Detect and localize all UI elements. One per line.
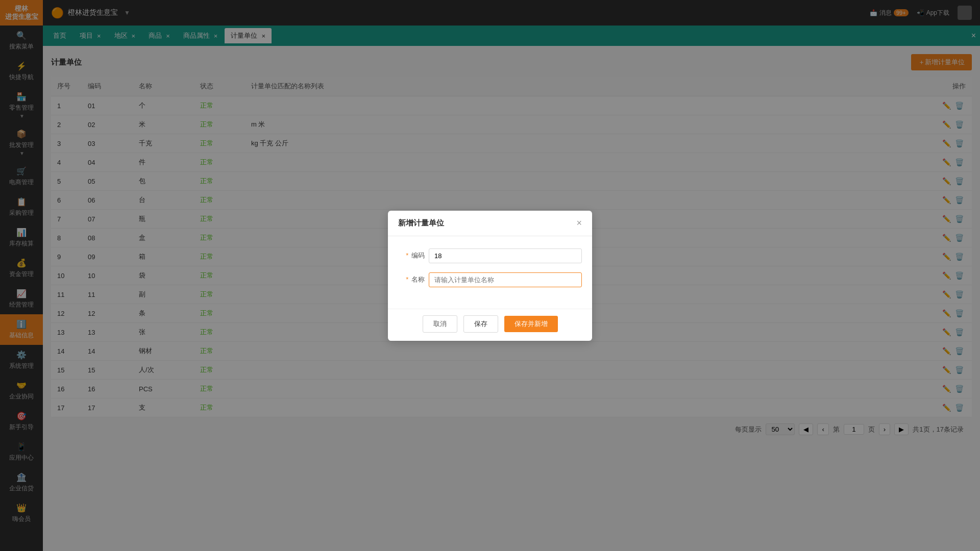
form-row-name: * 名称: [398, 272, 582, 287]
modal-body: * 编码 * 名称: [388, 236, 592, 309]
required-mark: *: [406, 276, 408, 283]
code-input[interactable]: [429, 248, 582, 263]
modal-close-button[interactable]: ×: [576, 218, 582, 229]
modal-overlay[interactable]: 新增计量单位 × * 编码 * 名称 取消 保存 保存并新增: [0, 0, 980, 551]
cancel-button[interactable]: 取消: [423, 315, 457, 333]
form-row-code: * 编码: [398, 248, 582, 263]
name-label: * 名称: [398, 275, 429, 284]
save-and-new-button[interactable]: 保存并新增: [504, 316, 558, 332]
save-button[interactable]: 保存: [463, 315, 498, 333]
required-mark: *: [406, 252, 408, 259]
name-input[interactable]: [429, 272, 582, 287]
code-label: * 编码: [398, 251, 429, 260]
modal-header: 新增计量单位 ×: [388, 211, 592, 236]
modal-title: 新增计量单位: [398, 218, 444, 228]
modal-footer: 取消 保存 保存并新增: [388, 309, 592, 341]
add-measure-unit-modal: 新增计量单位 × * 编码 * 名称 取消 保存 保存并新增: [388, 211, 592, 341]
